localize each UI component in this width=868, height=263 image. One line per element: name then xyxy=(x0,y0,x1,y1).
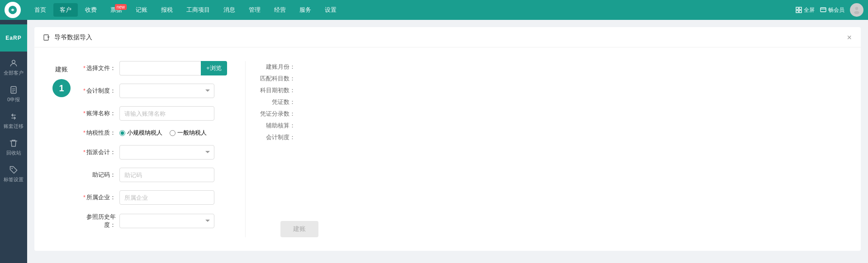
radio-general-label: 一般纳税人 xyxy=(177,129,207,137)
user-avatar[interactable] xyxy=(850,3,863,17)
sidebar-label-recycle: 回收站 xyxy=(6,150,21,156)
tax-type-radio-group: 小规模纳税人 一般纳税人 xyxy=(119,129,207,137)
nav-item-invoices[interactable]: 票据 new xyxy=(104,3,128,17)
fullscreen-button[interactable]: 全屏 xyxy=(796,6,815,14)
info-row-account-month: 建账月份： xyxy=(255,63,345,71)
swap-icon xyxy=(9,112,18,121)
label-file: *选择文件： xyxy=(80,64,116,72)
app-logo[interactable] xyxy=(5,2,21,18)
step-badge: 1 xyxy=(52,79,71,97)
nav-item-home[interactable]: 首页 xyxy=(28,3,52,17)
svg-rect-2 xyxy=(799,7,802,9)
svg-rect-4 xyxy=(799,10,802,13)
account-name-input[interactable] xyxy=(119,106,214,121)
sidebar-item-all-clients[interactable]: 全部客户 xyxy=(0,55,27,80)
radio-general-taxpayer[interactable]: 一般纳税人 xyxy=(170,129,207,137)
nav-item-messages[interactable]: 消息 xyxy=(217,3,242,17)
nav-items: 首页 客户 收费 票据 new 记账 报税 工商项目 消息 管理 经营 服务 设… xyxy=(28,3,796,17)
browse-button[interactable]: +浏览 xyxy=(201,61,227,75)
info-row-voucher-count: 凭证数： xyxy=(255,98,345,106)
svg-point-7 xyxy=(855,7,859,10)
memo-code-input[interactable] xyxy=(119,168,214,182)
dialog-header: 导爷数据导入 × xyxy=(34,27,861,47)
create-account-button[interactable]: 建账 xyxy=(280,221,318,237)
sidebar-item-recycle[interactable]: 回收站 xyxy=(0,135,27,160)
sidebar-item-tag-settings[interactable]: 标签设置 xyxy=(0,162,27,187)
radio-general-input[interactable] xyxy=(170,130,175,136)
label-memo-code: 助记码： xyxy=(80,171,116,179)
sidebar-item-account-migrate[interactable]: 账套迁移 xyxy=(0,108,27,133)
delete-icon xyxy=(9,139,18,148)
import-icon xyxy=(43,34,51,41)
nav-item-bookkeeping[interactable]: 记账 xyxy=(129,3,154,17)
company-input[interactable] xyxy=(119,190,214,205)
nav-right: 全屏 畅会员 xyxy=(796,3,863,17)
form-row-company: *所属企业： xyxy=(80,190,227,205)
label-reference-year: 参照历史年度： xyxy=(80,213,116,229)
info-row-accounting-system-right: 会计制度： xyxy=(255,133,345,141)
form-left: 建账 1 *选择文件： +浏览 xyxy=(52,61,227,237)
dialog-panel: 导爷数据导入 × 建账 1 *选择文件： xyxy=(34,27,861,251)
sidebar-item-declaration[interactable]: 0申报 xyxy=(0,82,27,107)
sidebar-label-account-migrate: 账套迁移 xyxy=(4,123,24,130)
label-company: *所属企业： xyxy=(80,193,116,202)
svg-point-9 xyxy=(12,60,15,63)
sidebar: EaRP 全部客户 0申报 账套迁移 xyxy=(0,20,27,263)
fullscreen-label: 全屏 xyxy=(804,6,815,14)
dialog-close-button[interactable]: × xyxy=(847,33,852,42)
info-row-subject-init: 科目期初数： xyxy=(255,86,345,94)
nav-item-clients[interactable]: 客户 xyxy=(53,3,78,17)
step-label: 建账 xyxy=(55,66,68,74)
radio-small-label: 小规模纳税人 xyxy=(127,129,162,137)
file-input-group: +浏览 xyxy=(119,61,227,75)
tag-icon xyxy=(9,165,18,174)
nav-item-operations[interactable]: 经营 xyxy=(268,3,292,17)
file-input[interactable] xyxy=(119,61,201,75)
nav-item-services[interactable]: 服务 xyxy=(293,3,318,17)
person-icon xyxy=(9,59,18,68)
nav-item-business[interactable]: 工商项目 xyxy=(180,3,216,17)
svg-rect-15 xyxy=(44,35,48,40)
svg-rect-10 xyxy=(11,87,16,94)
info-label-accounting-system-right: 会计制度： xyxy=(255,133,295,141)
info-label-auxiliary: 辅助核算： xyxy=(255,122,295,130)
form-row-reference-year: 参照历史年度： xyxy=(80,213,227,229)
label-assigned-accountant: *指派会计： xyxy=(80,148,116,156)
radio-small-input[interactable] xyxy=(119,130,125,136)
form-row-memo-code: 助记码： xyxy=(80,168,227,182)
form-section: *选择文件： +浏览 *会计制度： xyxy=(80,61,227,237)
svg-point-8 xyxy=(854,11,859,14)
form-row-file: *选择文件： +浏览 xyxy=(80,61,227,75)
info-row-voucher-entries: 凭证分录数： xyxy=(255,110,345,118)
label-accounting-system: *会计制度： xyxy=(80,87,116,95)
sidebar-label-declaration: 0申报 xyxy=(7,96,20,103)
nav-item-admin[interactable]: 管理 xyxy=(242,3,267,17)
info-row-match-subjects: 匹配科目数： xyxy=(255,75,345,83)
info-label-voucher-entries: 凭证分录数： xyxy=(255,110,295,118)
main-layout: EaRP 全部客户 0申报 账套迁移 xyxy=(0,20,868,263)
info-label-match-subjects: 匹配科目数： xyxy=(255,75,295,83)
dialog-header-left: 导爷数据导入 xyxy=(43,33,92,42)
info-label-subject-init: 科目期初数： xyxy=(255,86,295,94)
file-icon xyxy=(9,85,18,94)
nav-item-tax[interactable]: 报税 xyxy=(155,3,179,17)
label-tax-type: *纳税性质： xyxy=(80,129,116,137)
radio-small-taxpayer[interactable]: 小规模纳税人 xyxy=(119,129,162,137)
info-label-voucher-count: 凭证数： xyxy=(255,98,295,106)
svg-rect-3 xyxy=(796,10,798,13)
label-account-name: *账簿名称： xyxy=(80,109,116,117)
nav-item-fees[interactable]: 收费 xyxy=(79,3,103,17)
svg-point-14 xyxy=(11,168,13,169)
content-area: 导爷数据导入 × 建账 1 *选择文件： xyxy=(27,20,868,263)
assigned-accountant-select[interactable] xyxy=(119,145,214,160)
member-label: 畅会员 xyxy=(828,6,844,14)
member-button[interactable]: 畅会员 xyxy=(820,6,844,14)
form-row-assigned-accountant: *指派会计： xyxy=(80,145,227,160)
reference-year-select[interactable] xyxy=(119,214,214,228)
member-icon xyxy=(820,7,826,13)
form-row-tax-type: *纳税性质： 小规模纳税人 一般纳税人 xyxy=(80,129,227,137)
nav-item-settings[interactable]: 设置 xyxy=(318,3,343,17)
info-row-auxiliary: 辅助核算： xyxy=(255,122,345,130)
accounting-system-select[interactable] xyxy=(119,84,214,98)
svg-rect-1 xyxy=(796,7,798,9)
